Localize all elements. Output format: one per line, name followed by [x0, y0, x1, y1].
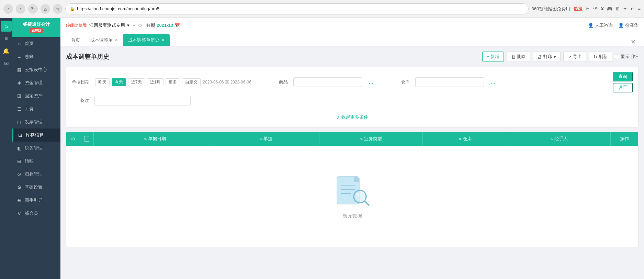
sidebar-item-close-period[interactable]: ⊟ 结账: [12, 155, 60, 168]
forward-button[interactable]: ›: [16, 4, 25, 14]
th-checkbox[interactable]: [80, 132, 94, 146]
export-button[interactable]: ↗ 导出: [563, 52, 586, 62]
sidebar-item-payroll[interactable]: ☰ 工资: [12, 102, 60, 115]
table-header: ⚙ ⇅ 单据日期 ⇅ 单据... ⇅ 业务类型: [66, 132, 638, 146]
sidebar: 畅捷通好会计 旗舰版 ⌂ 首页 ≡ 总账 ▦ 云报表中心 ◈ 资金管理 ⊞: [12, 18, 60, 279]
svg-point-7: [357, 193, 359, 196]
tab-cost-adjust-close[interactable]: ✕: [115, 38, 118, 42]
date-btn-yesterday[interactable]: 昨天: [95, 78, 110, 86]
tab-bar-window-close[interactable]: ✕: [628, 38, 639, 46]
sidebar-item-reports[interactable]: ▦ 云报表中心: [12, 63, 60, 76]
print-button[interactable]: 🖨 打印 ▾: [533, 52, 561, 62]
back-button[interactable]: ‹: [3, 4, 13, 14]
sidebar-label-close-period: 结账: [25, 158, 34, 164]
query-button[interactable]: 查询: [613, 72, 633, 81]
display-cols-toggle[interactable]: 显示明细: [615, 54, 639, 60]
collapse-btn[interactable]: ∧ 收起更多条件: [72, 112, 633, 122]
tab-home[interactable]: 首页: [66, 34, 85, 46]
th-biztype[interactable]: ⇅ 业务类型: [319, 132, 423, 146]
reload-button[interactable]: ↻: [28, 4, 38, 14]
browser-tools: 360智能抠图免费用 热搜 ✂ 译 ¥ 🎮 ⊞ ☀ ↩ ≡: [531, 6, 641, 12]
star-button[interactable]: ☆: [53, 4, 63, 14]
date-btn-custom[interactable]: 自定义: [182, 78, 201, 86]
sidebar-item-fixed-assets[interactable]: ⊞ 固定资产: [12, 89, 60, 102]
tab-cost-adjust[interactable]: 成本调整单 ✕: [85, 34, 123, 46]
tab-cost-adjust-history[interactable]: 成本调整单历史 ✕: [123, 34, 170, 46]
sidebar-item-guide[interactable]: ⊕ 新手引导: [12, 194, 60, 207]
settings-button[interactable]: 设置: [613, 83, 633, 92]
sidebar-item-settings[interactable]: ⚙ 基础设置: [12, 181, 60, 194]
calendar-icon[interactable]: 📅: [174, 23, 180, 28]
sidebar-item-invoice[interactable]: ◻ 发票管理: [12, 115, 60, 129]
th-warehouse[interactable]: ⇅ 仓库: [423, 132, 507, 146]
goods-more-btn[interactable]: ...: [369, 79, 373, 85]
sidebar-item-tax[interactable]: ◧ 税务管理: [12, 142, 60, 155]
sidebar-label-inventory: 库存核算: [26, 132, 44, 138]
display-cols-checkbox[interactable]: [615, 55, 619, 59]
svg-line-6: [364, 201, 369, 205]
undo-icon[interactable]: ↩: [631, 6, 634, 11]
date-filter-label: 单据日期: [72, 79, 90, 85]
home-button[interactable]: ⌂: [41, 4, 50, 14]
warehouse-more-btn[interactable]: ...: [491, 79, 495, 85]
refresh-button[interactable]: ↻ 刷新: [589, 52, 612, 62]
filter-row-date: 单据日期 昨天 今天 近7天 近1月 更多 自定义 2023-06-06 至 2…: [72, 72, 633, 92]
translate-icon[interactable]: 译: [593, 6, 598, 12]
filter-area: 单据日期 昨天 今天 近7天 近1月 更多 自定义 2023-06-06 至 2…: [66, 67, 639, 127]
topbar: (勿删勿禁用) 江西服宝测试专用 ▾ ＋ ⚙ 账期 2021-10 📅 👤 人工…: [60, 18, 644, 33]
th-billno[interactable]: ⇅ 单据...: [216, 132, 319, 146]
wallet-icon[interactable]: ¥: [601, 6, 603, 11]
consultant-icon: 👤: [588, 23, 594, 28]
sort-icon-date: ⇅: [144, 137, 147, 141]
sidebar-item-ledger[interactable]: ≡ 总账: [12, 50, 60, 63]
th-date[interactable]: ⇅ 单据日期: [94, 132, 216, 146]
sidebar-item-inventory[interactable]: ⊡ 库存核算: [12, 129, 60, 142]
date-btn-more[interactable]: 更多: [166, 78, 180, 86]
th-handler[interactable]: ⇅ 经手人: [507, 132, 611, 146]
ledger-icon: ≡: [16, 54, 22, 59]
fixed-assets-icon: ⊞: [16, 93, 22, 99]
app-wrapper: ⌂ ≡ 🔔 ✉ 畅捷通好会计 旗舰版 ⌂ 首页 ≡ 总账 ▦ 云报表中心: [0, 18, 644, 279]
goods-filter-label: 商品: [271, 79, 288, 85]
sidebar-item-capital[interactable]: ◈ 资金管理: [12, 76, 60, 89]
company-settings-icon[interactable]: ⚙: [138, 23, 142, 28]
user-area[interactable]: 👤 徐泽华: [618, 22, 639, 29]
sidebar-item-home[interactable]: ⌂ 首页: [12, 37, 60, 50]
icon-bar-home[interactable]: ⌂: [1, 21, 12, 32]
apps-icon[interactable]: ⊞: [616, 6, 620, 11]
sidebar-item-vip[interactable]: V 畅会员: [12, 207, 60, 220]
table-container: ⚙ ⇅ 单据日期 ⇅ 单据... ⇅ 业务类型: [66, 132, 639, 247]
remark-input[interactable]: [94, 96, 191, 105]
header-checkbox[interactable]: [84, 136, 89, 142]
sidebar-label-capital: 资金管理: [25, 80, 43, 86]
delete-button[interactable]: 🗑 删除: [507, 52, 530, 62]
warehouse-filter-label: 仓库: [393, 79, 410, 85]
url-bar[interactable]: 🔒 https://cloud.chanjet.com/accounting/u…: [65, 3, 529, 14]
brightness-icon[interactable]: ☀: [623, 6, 627, 11]
tab-cost-adjust-history-close[interactable]: ✕: [161, 38, 165, 42]
menu-icon[interactable]: ≡: [638, 6, 641, 11]
warehouse-input[interactable]: [415, 77, 484, 87]
remark-filter-label: 备注: [72, 98, 89, 104]
date-btn-1month[interactable]: 近1月: [147, 78, 164, 86]
sidebar-label-home: 首页: [25, 41, 34, 47]
sort-icon-handler: ⇅: [550, 137, 553, 141]
game-icon[interactable]: 🎮: [607, 6, 612, 11]
empty-state: 暂元数据: [66, 146, 638, 247]
consultant-btn[interactable]: 👤 人工咨询: [588, 22, 613, 29]
date-btn-today[interactable]: 今天: [112, 78, 126, 86]
date-range-display: 2023-06-06 至 2023-06-06: [203, 79, 251, 85]
cut-icon[interactable]: ✂: [586, 6, 590, 11]
th-settings[interactable]: ⚙: [66, 132, 80, 146]
goods-input[interactable]: [293, 77, 362, 87]
sidebar-item-archive[interactable]: ⊙ 归档管理: [12, 168, 60, 181]
tab-home-label: 首页: [71, 37, 80, 43]
page-actions: + 新增 🗑 删除 🖨 打印 ▾ ↗ 导出 ↻: [482, 52, 639, 62]
company-dropdown-icon[interactable]: ▾: [127, 23, 129, 28]
add-company-icon[interactable]: ＋: [132, 22, 136, 29]
date-btn-7days[interactable]: 近7天: [128, 78, 145, 86]
add-button[interactable]: + 新增: [482, 52, 504, 62]
icon-bar-ledger[interactable]: ≡: [1, 33, 12, 44]
icon-bar-notification[interactable]: 🔔: [1, 45, 12, 56]
icon-bar-messages[interactable]: ✉: [1, 58, 12, 69]
